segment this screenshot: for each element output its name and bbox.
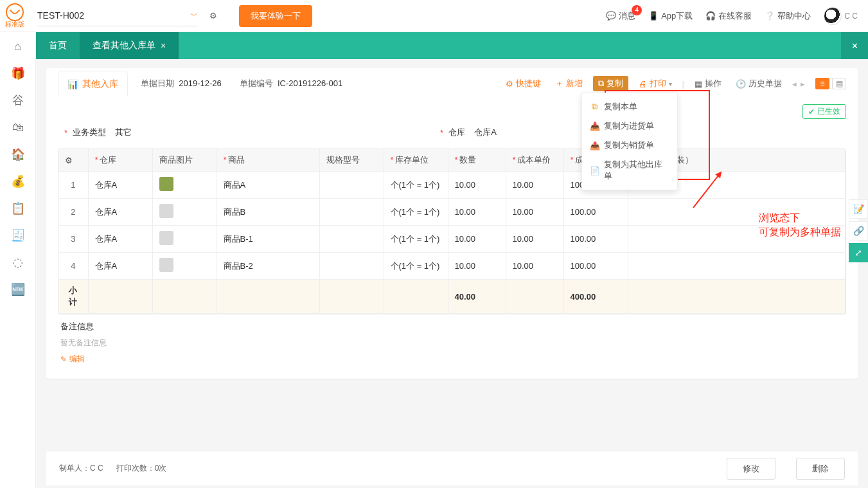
cell-amount: 100.00 — [563, 253, 628, 280]
history-button[interactable]: 🕑历史单据 — [732, 76, 786, 91]
user-menu[interactable]: C C — [824, 7, 858, 25]
creator-info: 制单人：C C — [59, 463, 103, 474]
cell-amount: 100.00 — [563, 199, 628, 226]
pin-link-icon[interactable]: 🔗 — [849, 221, 868, 240]
cell-warehouse: 仓库A — [88, 226, 152, 253]
th-qty: *数量 — [448, 149, 506, 172]
print-button[interactable]: 🖨打印▾ — [635, 76, 676, 91]
biz-type-label: 业务类型 — [73, 127, 106, 138]
sidebar-gift-icon[interactable]: 🎁 — [10, 66, 26, 81]
table-row[interactable]: 2仓库A商品B个(1个 = 1个)10.0010.00100.00 — [58, 199, 846, 226]
delete-button[interactable]: 删除 — [796, 458, 845, 480]
online-service-button[interactable]: 🎧 在线客服 — [705, 10, 752, 22]
add-button[interactable]: ＋新增 — [551, 76, 587, 91]
sidebar-warehouse-icon[interactable]: 🏠 — [10, 147, 26, 162]
th-spec: 规格型号 — [319, 149, 384, 172]
gear-icon: ⚙ — [65, 156, 73, 165]
copy-this-doc[interactable]: ⧉复制本单 — [582, 97, 677, 116]
th-gear[interactable]: ⚙ — [58, 149, 88, 172]
prev-icon[interactable]: ◂ — [792, 79, 797, 89]
cell-amount: 100.00 — [563, 226, 628, 253]
logo: 标准版 — [5, 3, 24, 29]
cell-product: 商品B-1 — [217, 226, 319, 253]
app-download-button[interactable]: 📱 App下载 — [648, 10, 693, 22]
cell-qty: 10.00 — [448, 226, 506, 253]
grid-icon: ▦ — [695, 79, 702, 89]
avatar — [824, 7, 842, 25]
sidebar-finance-icon[interactable]: 💰 — [10, 174, 26, 189]
sidebar-clipboard-icon[interactable]: 📋 — [10, 201, 26, 216]
pin-note-icon[interactable]: 📝 — [849, 199, 868, 219]
tab-close-icon[interactable]: × — [161, 41, 166, 51]
pin-expand-icon[interactable]: ⤢ — [849, 243, 868, 262]
table-row[interactable]: 3仓库A商品B-1个(1个 = 1个)10.0010.00100.00 — [58, 226, 846, 253]
remark-edit-button[interactable]: ✎编辑 — [60, 354, 85, 365]
line-items-table: ⚙ *仓库 商品图片 *商品 规格型号 *库存单位 *数量 *成本单价 *成本金… — [58, 149, 846, 314]
sidebar-house-icon[interactable]: ⾕ — [10, 93, 26, 108]
help-center-label: 帮助中心 — [777, 10, 811, 22]
messages-button[interactable]: 💬 消息 4 — [606, 10, 635, 22]
view-card-icon[interactable]: ▤ — [832, 78, 846, 89]
subtotal-label: 小计 — [58, 280, 88, 314]
org-select[interactable]: TEST-H002 ﹀ — [37, 6, 198, 26]
cell-product: 商品B-2 — [217, 253, 319, 280]
sidebar-home-icon[interactable]: ⌂ — [10, 39, 26, 54]
table-row[interactable]: 4仓库A商品B-2个(1个 = 1个)10.0010.00100.00 — [58, 253, 846, 280]
sidebar-receipt-icon[interactable]: 🧾 — [10, 228, 26, 243]
try-button[interactable]: 我要体验一下 — [239, 5, 312, 27]
sidebar-refresh-icon[interactable]: ◌ — [10, 255, 26, 270]
th-unit-cost: *成本单价 — [506, 149, 563, 172]
right-pins: 📝 🔗 ⤢ — [849, 199, 868, 262]
close-all-tabs-button[interactable]: ✕ — [841, 32, 868, 59]
remark-empty: 暂无备注信息 — [60, 338, 844, 348]
copy-to-sales[interactable]: 📤复制为销货单 — [582, 136, 677, 155]
help-center-button[interactable]: ❔ 帮助中心 — [765, 10, 811, 22]
required-star: * — [440, 128, 443, 138]
cell-unit-cost: 10.00 — [506, 172, 563, 199]
user-name: C C — [844, 12, 858, 21]
sidebar-bag-icon[interactable]: 🛍 — [10, 120, 26, 135]
cell-image — [152, 172, 217, 199]
card-title-tab[interactable]: 📊 其他入库 — [58, 71, 128, 96]
main: 首页 查看其他入库单 × ✕ 📊 其他入库 单据日期 2019-12-26 单据… — [36, 32, 868, 488]
subtotal-amount: 400.00 — [563, 280, 628, 314]
modify-button[interactable]: 修改 — [727, 458, 775, 480]
biz-type-value: 其它 — [115, 127, 132, 138]
biz-type-field: * 业务类型 其它 — [64, 127, 132, 138]
card-head: 📊 其他入库 单据日期 2019-12-26 单据编号 IC-20191226-… — [46, 68, 858, 99]
pencil-icon: ✎ — [60, 355, 67, 364]
close-icon: ✕ — [851, 41, 858, 51]
ops-button[interactable]: ▦操作 — [691, 76, 725, 91]
cell-spec — [319, 253, 384, 280]
th-warehouse: *仓库 — [88, 149, 152, 172]
copy-to-other-out[interactable]: 📄复制为其他出库单 — [582, 155, 677, 186]
cell-spec — [319, 199, 384, 226]
cell-unit: 个(1个 = 1个) — [384, 172, 448, 199]
next-icon[interactable]: ▸ — [801, 79, 805, 89]
cell-index: 3 — [58, 226, 88, 253]
number-value: IC-20191226-001 — [278, 78, 342, 88]
status-area: ✔已生效 — [46, 99, 858, 119]
copy-to-purchase[interactable]: 📥复制为进货单 — [582, 116, 677, 136]
tabbar: 首页 查看其他入库单 × ✕ — [36, 32, 868, 59]
copy-item2-label: 复制为进货单 — [604, 120, 654, 132]
view-list-icon[interactable]: ≡ — [815, 78, 829, 89]
sidebar-new-icon[interactable]: 🆕 — [10, 282, 26, 297]
check-icon: ✔ — [808, 107, 815, 116]
table-header-row: ⚙ *仓库 商品图片 *商品 规格型号 *库存单位 *数量 *成本单价 *成本金… — [58, 149, 846, 172]
table-row[interactable]: 1仓库A商品A个(1个 = 1个)10.0010.00100.00 — [58, 172, 846, 199]
logo-text: 标准版 — [5, 20, 24, 29]
tab-active[interactable]: 查看其他入库单 × — [80, 32, 179, 59]
topbar-right: 💬 消息 4 📱 App下载 🎧 在线客服 ❔ 帮助中心 C C — [606, 7, 858, 25]
copy-item1-label: 复制本单 — [604, 101, 637, 113]
tab-home[interactable]: 首页 — [36, 32, 80, 59]
cell-warehouse: 仓库A — [88, 172, 152, 199]
gear-icon: ⚙ — [209, 11, 217, 21]
settings-button[interactable]: ⚙ — [203, 6, 224, 26]
cell-qty: 10.00 — [448, 199, 506, 226]
inbox-icon: 📥 — [590, 122, 599, 131]
copy-button[interactable]: ⧉复制 ⧉复制本单 📥复制为进货单 📤复制为销货单 📄复制为其他出库单 — [593, 76, 628, 91]
phone-icon: 📱 — [648, 11, 659, 21]
cell-spec — [319, 172, 384, 199]
shortcut-button[interactable]: ⚙快捷键 — [502, 76, 545, 91]
